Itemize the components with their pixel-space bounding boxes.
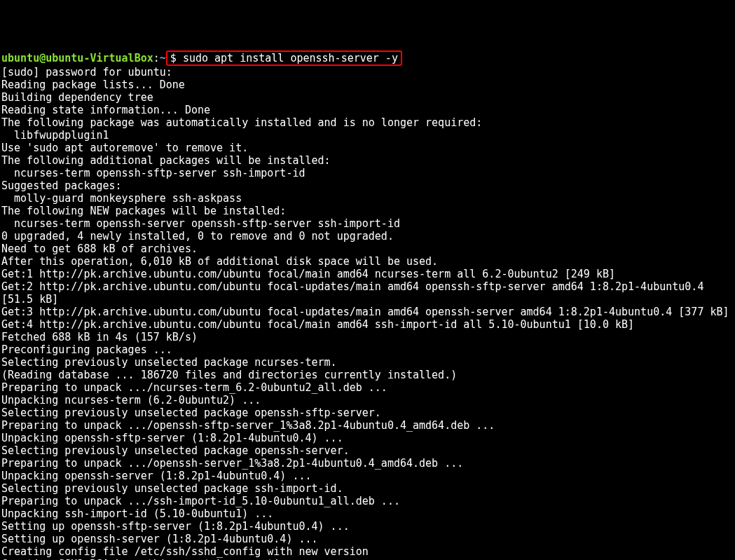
output-line: Get:1 http://pk.archive.ubuntu.com/ubunt… (1, 268, 734, 280)
prompt-path: ~ (160, 52, 166, 64)
output-line: Preparing to unpack .../openssh-sftp-ser… (1, 419, 734, 432)
output-line: Building dependency tree (1, 91, 734, 104)
output-line: Use 'sudo apt autoremove' to remove it. (1, 142, 734, 154)
prompt-user: ubuntu (1, 52, 39, 64)
output-line: Selecting previously unselected package … (1, 482, 734, 495)
output-line: Preparing to unpack .../ncurses-term_6.2… (1, 381, 734, 394)
output-line: Setting up openssh-server (1:8.2p1-4ubun… (1, 533, 734, 545)
output-line: libfwupdplugin1 (1, 129, 734, 142)
output-line: Selecting previously unselected package … (1, 444, 734, 457)
output-line: Reading package lists... Done (1, 78, 734, 91)
output-line: Unpacking ncurses-term (6.2-0ubuntu2) ..… (1, 394, 734, 407)
output-line: ncurses-term openssh-sftp-server ssh-imp… (1, 167, 734, 179)
output-line: The following package was automatically … (1, 116, 734, 129)
prompt-colon: : (153, 52, 160, 64)
output-line: Preparing to unpack .../ssh-import-id_5.… (1, 495, 734, 507)
output-line: Unpacking openssh-server (1:8.2p1-4ubunt… (1, 470, 734, 482)
output-line: Preconfiguring packages ... (1, 343, 734, 356)
output-line: Reading state information... Done (1, 104, 734, 116)
output-line: The following additional packages will b… (1, 154, 734, 167)
highlighted-command: $ sudo apt install openssh-server -y (166, 50, 402, 66)
prompt-host: ubuntu-VirtualBox (46, 52, 153, 64)
prompt-separator: @ (39, 52, 46, 64)
output-line: ncurses-term openssh-server openssh-sftp… (1, 217, 734, 230)
output-line: (Reading database ... 186720 files and d… (1, 369, 734, 381)
output-line: Suggested packages: (1, 179, 734, 192)
output-line: Get:2 http://pk.archive.ubuntu.com/ubunt… (1, 280, 734, 306)
output-line: Get:3 http://pk.archive.ubuntu.com/ubunt… (1, 306, 734, 318)
output-line: The following NEW packages will be insta… (1, 205, 734, 217)
terminal-window[interactable]: ubuntu@ubuntu-VirtualBox:~$ sudo apt ins… (1, 52, 734, 560)
output-line: Get:4 http://pk.archive.ubuntu.com/ubunt… (1, 318, 734, 331)
output-line: After this operation, 6,010 kB of additi… (1, 255, 734, 268)
prompt-dollar: $ (170, 52, 183, 64)
output-line: Need to get 688 kB of archives. (1, 243, 734, 255)
output-line: molly-guard monkeysphere ssh-askpass (1, 192, 734, 205)
output-line: [sudo] password for ubuntu: (1, 66, 734, 78)
output-line: Fetched 688 kB in 4s (157 kB/s) (1, 331, 734, 343)
output-line: Setting up openssh-sftp-server (1:8.2p1-… (1, 520, 734, 533)
output-line: Selecting previously unselected package … (1, 356, 734, 369)
output-line: Preparing to unpack .../openssh-server_1… (1, 457, 734, 470)
output-line: Selecting previously unselected package … (1, 407, 734, 419)
command-text: sudo apt install openssh-server -y (183, 52, 398, 64)
output-line: Unpacking openssh-sftp-server (1:8.2p1-4… (1, 432, 734, 444)
output-line: Unpacking ssh-import-id (5.10-0ubuntu1) … (1, 507, 734, 520)
prompt-line: ubuntu@ubuntu-VirtualBox:~$ sudo apt ins… (1, 52, 734, 66)
output-line: 0 upgraded, 4 newly installed, 0 to remo… (1, 230, 734, 243)
output-line: Creating config file /etc/ssh/sshd_confi… (1, 545, 734, 558)
